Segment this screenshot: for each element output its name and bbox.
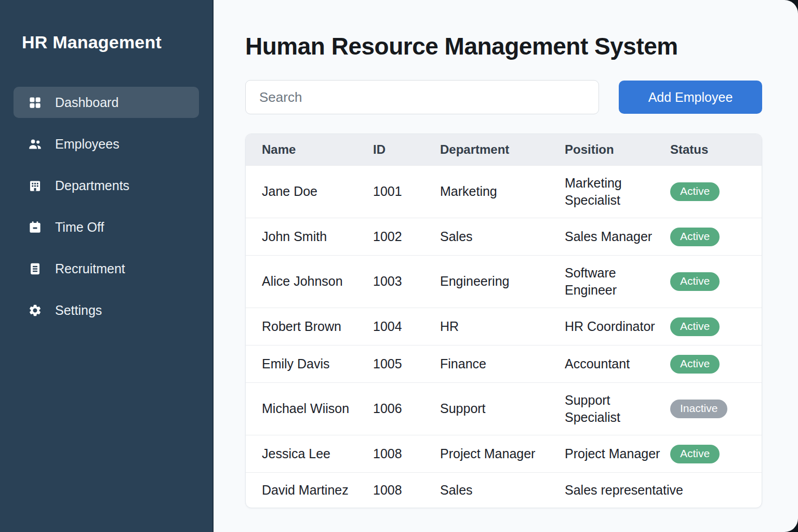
status-badge: Active: [670, 182, 720, 201]
table-row[interactable]: Emily Davis 1005 Finance Accountant Acti…: [246, 345, 762, 382]
employee-name: Emily Davis: [246, 345, 373, 382]
employee-position: Accountant: [565, 345, 670, 382]
employee-position: Support Specialist: [565, 382, 670, 435]
table-row[interactable]: Robert Brown 1004 HR HR Coordinator Acti…: [246, 308, 762, 345]
sidebar-item-settings[interactable]: Settings: [14, 295, 199, 326]
sidebar-item-dashboard[interactable]: Dashboard: [14, 87, 199, 118]
page-title: Human Resource Management System: [245, 32, 798, 60]
employee-department: HR: [440, 308, 565, 345]
table-header: Name ID Department Position Status: [246, 134, 762, 165]
building-icon: [28, 179, 42, 193]
sidebar: HR Management Dashboard: [0, 0, 214, 532]
column-header-id: ID: [373, 134, 440, 165]
employee-position: HR Coordinator: [565, 308, 670, 345]
column-header-name: Name: [246, 134, 373, 165]
employee-department: Engineering: [440, 255, 565, 308]
employee-id: 1005: [373, 345, 440, 382]
employee-name: John Smith: [246, 218, 373, 255]
employee-name: Alice Johnson: [246, 255, 373, 308]
people-icon: [28, 137, 42, 151]
column-header-status: Status: [670, 134, 762, 165]
gear-icon: [28, 303, 42, 317]
employee-name: Jane Doe: [246, 165, 373, 218]
status-badge: Active: [670, 445, 720, 463]
search-input[interactable]: [245, 80, 599, 114]
status-badge: Inactive: [670, 400, 727, 418]
status-badge: Active: [670, 355, 720, 374]
status-badge: Active: [670, 317, 720, 336]
table-row[interactable]: John Smith 1002 Sales Sales Manager Acti…: [246, 218, 762, 255]
app-window: HR Management Dashboard: [0, 0, 798, 532]
table-row[interactable]: Alice Johnson 1003 Engineering Software …: [246, 255, 762, 308]
employee-id: 1006: [373, 382, 440, 435]
employee-position: Sales representative: [565, 472, 670, 508]
add-employee-button[interactable]: Add Employee: [619, 81, 762, 114]
employee-department: Marketing: [440, 165, 565, 218]
employee-id: 1003: [373, 255, 440, 308]
sidebar-nav: Dashboard Employees: [14, 87, 199, 326]
sidebar-item-employees[interactable]: Employees: [14, 128, 199, 159]
sidebar-item-label: Time Off: [55, 220, 104, 235]
employee-id: 1002: [373, 218, 440, 255]
employee-name: Jessica Lee: [246, 435, 373, 472]
sidebar-item-label: Recruitment: [55, 261, 125, 276]
employees-table-card: Name ID Department Position Status Jane …: [245, 134, 762, 508]
sidebar-item-timeoff[interactable]: Time Off: [14, 211, 199, 243]
status-badge: Active: [670, 272, 720, 291]
employee-department: Support: [440, 382, 565, 435]
sidebar-item-label: Dashboard: [55, 95, 118, 110]
calendar-icon: [28, 220, 42, 234]
employee-name: David Martinez: [246, 472, 373, 508]
sidebar-item-departments[interactable]: Departments: [14, 170, 199, 201]
column-header-department: Department: [440, 134, 565, 165]
toolbar: Add Employee: [245, 80, 762, 114]
employee-position: Sales Manager: [565, 218, 670, 255]
employee-id: 1008: [373, 472, 440, 508]
employee-position: Marketing Specialist: [565, 165, 670, 218]
sidebar-item-label: Departments: [55, 178, 129, 193]
table-row[interactable]: David Martinez 1008 Sales Sales represen…: [246, 472, 762, 508]
sidebar-item-label: Employees: [55, 137, 119, 152]
status-badge: Active: [670, 228, 720, 246]
employee-position: Project Manager: [565, 435, 670, 472]
employee-name: Michael Wiison: [246, 382, 373, 435]
employee-id: 1001: [373, 165, 440, 218]
employee-name: Robert Brown: [246, 308, 373, 345]
main-content: Human Resource Management System Add Emp…: [214, 0, 798, 532]
employee-id: 1008: [373, 435, 440, 472]
table-row[interactable]: Jessica Lee 1008 Project Manager Project…: [246, 435, 762, 472]
column-header-position: Position: [565, 134, 670, 165]
table-row[interactable]: Jane Doe 1001 Marketing Marketing Specia…: [246, 165, 762, 218]
grid-icon: [28, 96, 42, 110]
employees-table: Name ID Department Position Status Jane …: [246, 134, 762, 508]
employee-department: Sales: [440, 472, 565, 508]
table-row[interactable]: Michael Wiison 1006 Support Support Spec…: [246, 382, 762, 435]
employee-department: Project Manager: [440, 435, 565, 472]
sidebar-item-recruitment[interactable]: Recruitment: [14, 253, 199, 284]
app-title: HR Management: [14, 32, 199, 52]
employee-department: Finance: [440, 345, 565, 382]
sidebar-item-label: Settings: [55, 303, 102, 318]
employee-position: Software Engineer: [565, 255, 670, 308]
employee-id: 1004: [373, 308, 440, 345]
employee-department: Sales: [440, 218, 565, 255]
document-icon: [28, 262, 42, 276]
